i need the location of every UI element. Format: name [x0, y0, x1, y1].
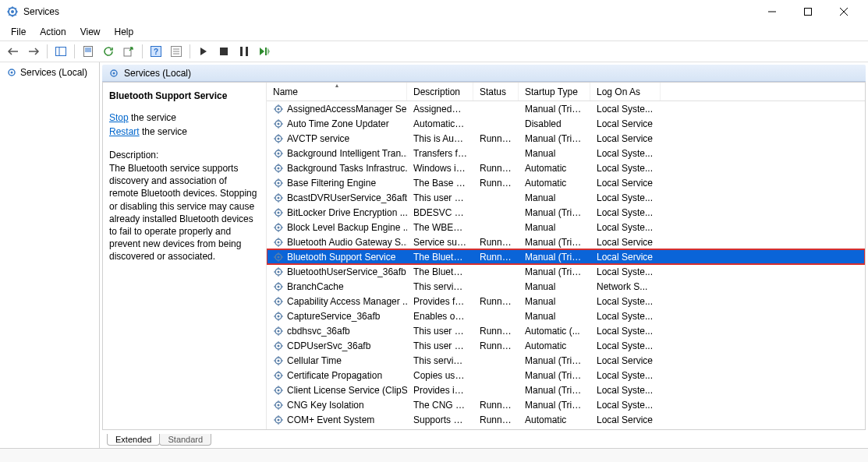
service-status-cell: Running [473, 163, 519, 174]
gear-icon [273, 133, 284, 144]
svg-point-66 [278, 389, 280, 391]
service-row[interactable]: BluetoothUserService_36afbThe Bluetoo...… [267, 264, 865, 279]
service-name-cell: Client License Service (ClipS... [287, 385, 407, 396]
gear-icon [273, 266, 284, 277]
gear-icon [273, 207, 284, 218]
service-row[interactable]: CaptureService_36afbEnables opti...Manua… [267, 309, 865, 323]
close-button[interactable] [826, 0, 862, 23]
service-row[interactable]: Bluetooth Audio Gateway S...Service sup.… [267, 235, 865, 249]
main-area: Services (Local) Services (Local) Blueto… [0, 62, 868, 448]
stop-link[interactable]: Stop [109, 112, 129, 123]
service-status-cell: Running [473, 296, 519, 307]
svg-point-60 [278, 344, 280, 347]
service-desc-cell: Provides inf... [407, 385, 473, 396]
col-description[interactable]: Description [407, 83, 473, 101]
pause-service-button[interactable] [236, 43, 253, 60]
status-bar [0, 448, 868, 462]
help-button[interactable]: ? [147, 43, 165, 60]
forward-button[interactable] [25, 43, 42, 60]
help2-button[interactable] [168, 43, 185, 60]
export-button[interactable] [120, 43, 137, 60]
service-row[interactable]: COM+ Event SystemSupports Sy...RunningAu… [267, 412, 865, 427]
service-logon-cell: Local Syste... [590, 296, 661, 307]
service-row[interactable]: AssignedAccessManager Se...AssignedAc...… [267, 101, 865, 116]
gear-icon [273, 296, 284, 307]
service-row[interactable]: BranchCacheThis service ...ManualNetwork… [267, 279, 865, 294]
service-startup-cell: Manual (Trig... [519, 266, 590, 277]
content-body: Bluetooth Support Service Stop the servi… [102, 82, 866, 430]
maximize-button[interactable] [790, 0, 826, 23]
svg-rect-20 [240, 47, 243, 56]
gear-icon [273, 326, 284, 337]
svg-point-62 [278, 359, 280, 361]
svg-point-38 [278, 182, 280, 184]
service-list[interactable]: Name▴ Description Status Startup Type Lo… [267, 83, 865, 429]
service-row[interactable]: Certificate PropagationCopies user ...Ma… [267, 368, 865, 383]
service-row[interactable]: Capability Access Manager ...Provides fa… [267, 294, 865, 309]
minimize-button[interactable] [754, 0, 790, 23]
services-header-icon [108, 68, 119, 79]
service-startup-cell: Automatic [519, 340, 590, 351]
service-desc-cell: The WBENG... [407, 222, 473, 233]
service-status-cell: Running [473, 414, 519, 425]
service-row[interactable]: Background Intelligent Tran...Transfers … [267, 146, 865, 160]
service-desc-cell: Service sup... [407, 237, 473, 248]
col-status[interactable]: Status [473, 83, 519, 101]
svg-point-36 [278, 167, 280, 169]
start-service-button[interactable] [195, 43, 212, 60]
svg-point-70 [278, 418, 280, 421]
service-row[interactable]: Auto Time Zone UpdaterAutomatica...Disab… [267, 116, 865, 131]
service-row[interactable]: Client License Service (ClipS...Provides… [267, 383, 865, 397]
service-logon-cell: Network S... [590, 281, 661, 292]
service-logon-cell: Local Syste... [590, 266, 661, 277]
show-hide-tree-button[interactable] [52, 43, 69, 60]
service-startup-cell: Manual [519, 148, 590, 159]
service-name-cell: Bluetooth Audio Gateway S... [287, 237, 407, 248]
col-log-on-as[interactable]: Log On As [590, 83, 661, 101]
svg-point-32 [278, 137, 280, 139]
col-name[interactable]: Name▴ [267, 83, 407, 101]
service-name-cell: CDPUserSvc_36afb [287, 340, 370, 351]
service-status-cell: Running [473, 326, 519, 337]
service-row[interactable]: BcastDVRUserService_36afbThis user ser..… [267, 190, 865, 205]
service-row[interactable]: Background Tasks Infrastruc...Windows in… [267, 160, 865, 175]
col-startup-type[interactable]: Startup Type [519, 83, 590, 101]
service-name-cell: AVCTP service [287, 133, 349, 144]
svg-rect-6 [56, 48, 66, 56]
service-logon-cell: Local Syste... [590, 370, 661, 381]
service-row[interactable]: Block Level Backup Engine ...The WBENG..… [267, 220, 865, 235]
restart-service-button[interactable] [256, 43, 273, 60]
refresh-button[interactable] [100, 43, 117, 60]
service-startup-cell: Manual (Trig... [519, 237, 590, 248]
tab-standard[interactable]: Standard [159, 434, 211, 446]
service-desc-cell: Transfers fil... [407, 148, 473, 159]
service-row[interactable]: cbdhsvc_36afbThis user ser...RunningAuto… [267, 323, 865, 338]
menu-help[interactable]: Help [108, 25, 140, 39]
service-logon-cell: Local Syste... [590, 340, 661, 351]
gear-icon [273, 118, 284, 129]
service-startup-cell: Manual [519, 222, 590, 233]
menu-file[interactable]: File [5, 25, 32, 39]
service-row[interactable]: Cellular TimeThis service ...Manual (Tri… [267, 353, 865, 368]
service-name-cell: Background Tasks Infrastruc... [287, 163, 407, 174]
service-row[interactable]: Bluetooth Support ServiceThe Bluetoo...R… [267, 249, 865, 264]
tree-root-services-local[interactable]: Services (Local) [3, 65, 96, 79]
service-row[interactable]: CDPUserSvc_36afbThis user ser...RunningA… [267, 338, 865, 353]
menu-view[interactable]: View [74, 25, 107, 39]
service-startup-cell: Manual [519, 311, 590, 322]
service-row[interactable]: AVCTP serviceThis is Audi...RunningManua… [267, 131, 865, 146]
service-startup-cell: Disabled [519, 118, 590, 129]
tab-extended[interactable]: Extended [107, 434, 160, 446]
service-desc-cell: Supports Sy... [407, 414, 473, 425]
properties-button[interactable] [80, 43, 97, 60]
service-startup-cell: Manual [519, 281, 590, 292]
stop-service-button[interactable] [215, 43, 232, 60]
restart-link[interactable]: Restart [109, 126, 140, 137]
service-startup-cell: Manual [519, 296, 590, 307]
back-button[interactable] [5, 43, 22, 60]
service-startup-cell: Automatic [519, 414, 590, 425]
service-row[interactable]: CNG Key IsolationThe CNG ke...RunningMan… [267, 397, 865, 412]
service-row[interactable]: BitLocker Drive Encryption ...BDESVC hos… [267, 205, 865, 220]
service-row[interactable]: Base Filtering EngineThe Base Fil...Runn… [267, 175, 865, 190]
menu-action[interactable]: Action [34, 25, 72, 39]
